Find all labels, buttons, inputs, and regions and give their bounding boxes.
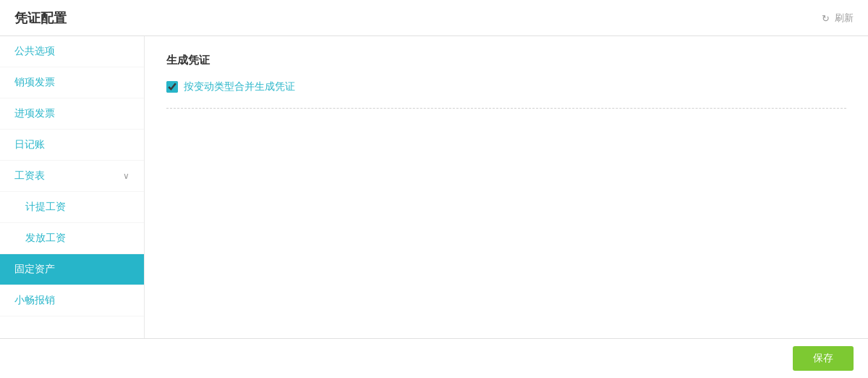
chevron-down-icon: ∨ (123, 171, 129, 181)
footer: 保存 (0, 338, 868, 378)
sidebar-item-label: 日记账 (14, 138, 45, 151)
sidebar: 公共选项销项发票进项发票日记账工资表∨计提工资发放工资固定资产小畅报销 (0, 36, 145, 338)
sidebar-item-label: 固定资产 (14, 263, 55, 276)
save-button[interactable]: 保存 (793, 346, 854, 371)
sidebar-item-label: 计提工资 (25, 201, 66, 214)
sidebar-item-journal[interactable]: 日记账 (0, 130, 144, 161)
checkbox-row: 按变动类型合并生成凭证 (166, 80, 846, 93)
sidebar-item-label: 销项发票 (14, 76, 55, 89)
merge-by-type-checkbox[interactable] (166, 81, 178, 93)
merge-by-type-label[interactable]: 按变动类型合并生成凭证 (184, 80, 295, 93)
sidebar-item-payroll-table[interactable]: 工资表∨ (0, 161, 144, 192)
page-title: 凭证配置 (14, 9, 67, 27)
sidebar-item-label: 公共选项 (14, 45, 55, 58)
main-content: 生成凭证 按变动类型合并生成凭证 (145, 36, 868, 338)
section-divider (166, 108, 846, 109)
sidebar-item-sales-invoice[interactable]: 销项发票 (0, 67, 144, 98)
refresh-label: 刷新 (835, 12, 854, 25)
sidebar-item-label: 发放工资 (25, 232, 66, 245)
section-title: 生成凭证 (166, 54, 846, 67)
sidebar-item-purchase-invoice[interactable]: 进项发票 (0, 98, 144, 130)
sidebar-item-public-options[interactable]: 公共选项 (0, 36, 144, 67)
refresh-icon: ↻ (822, 13, 832, 23)
header: 凭证配置 ↻ 刷新 (0, 0, 868, 36)
page-wrapper: 凭证配置 ↻ 刷新 公共选项销项发票进项发票日记账工资表∨计提工资发放工资固定资… (0, 0, 868, 378)
body-layout: 公共选项销项发票进项发票日记账工资表∨计提工资发放工资固定资产小畅报销 生成凭证… (0, 36, 868, 338)
sidebar-item-pay-salary[interactable]: 发放工资 (0, 223, 144, 254)
sidebar-item-accrued-salary[interactable]: 计提工资 (0, 192, 144, 223)
sidebar-item-label: 进项发票 (14, 107, 55, 120)
sidebar-item-label: 工资表 (14, 169, 45, 182)
refresh-button[interactable]: ↻ 刷新 (822, 12, 854, 25)
sidebar-item-fixed-assets[interactable]: 固定资产 (0, 254, 144, 285)
sidebar-item-label: 小畅报销 (14, 294, 55, 307)
sidebar-item-expense-report[interactable]: 小畅报销 (0, 285, 144, 316)
